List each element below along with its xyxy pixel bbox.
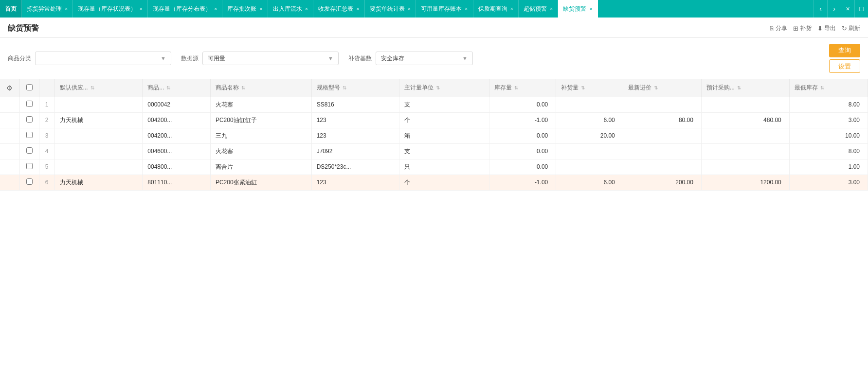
row-checkbox[interactable] (26, 163, 33, 169)
nav-tab-inventory-dist[interactable]: 现存量（库存分布表） × (148, 0, 222, 18)
row-product-code: 801110... (143, 175, 211, 190)
row-num: 3 (39, 128, 54, 143)
close-icon[interactable]: × (510, 6, 513, 12)
nav-tab-inout-flow[interactable]: 出入库流水 × (268, 0, 313, 18)
row-checkbox[interactable] (26, 101, 33, 107)
row-spec: DS250*23c... (311, 159, 399, 175)
row-est-purchase (701, 143, 789, 159)
table-header-row: ⚙ 默认供应... ⇅ 商品... ⇅ (0, 79, 868, 97)
row-product-name: 火花塞 (210, 97, 311, 112)
row-checkbox[interactable] (26, 178, 33, 185)
row-min-stock: 10.00 (789, 128, 868, 143)
nav-fullscreen[interactable]: □ (854, 0, 868, 18)
export-icon: ⬇ (817, 25, 823, 32)
row-replenish-qty: 6.00 (556, 112, 623, 128)
column-default-supplier[interactable]: 默认供应... ⇅ (54, 79, 143, 97)
select-all-checkbox[interactable] (26, 84, 33, 90)
column-min-stock[interactable]: 最低库存 ⇅ (789, 79, 868, 97)
row-unit: 支 (399, 143, 489, 159)
shortage-label: 缺货预警 (563, 5, 586, 13)
column-latest-price[interactable]: 最新进价 ⇅ (623, 79, 701, 97)
sort-icon: ⇅ (166, 85, 170, 90)
nav-tab-exception[interactable]: 拣货异常处理 × (22, 0, 73, 18)
top-nav: 首页 拣货异常处理 × 现存量（库存状况表） × 现存量（库存分布表） × 库存… (0, 0, 868, 18)
close-icon[interactable]: × (65, 6, 68, 12)
datasource-label: 数据源 (181, 54, 199, 63)
nav-tab-avail-ledger[interactable]: 可用量库存账本 × (416, 0, 473, 18)
close-icon[interactable]: × (214, 6, 217, 12)
column-spec[interactable]: 规格型号 ⇅ (311, 79, 399, 97)
replenish-button[interactable]: ⊞ 补货 (793, 24, 812, 33)
settings-button[interactable]: 设置 (829, 59, 860, 73)
export-button[interactable]: ⬇ 导出 (817, 24, 836, 33)
close-icon[interactable]: × (589, 6, 592, 12)
row-gear[interactable] (0, 143, 19, 159)
share-label: 分享 (776, 24, 787, 33)
nav-tab-expiry[interactable]: 保质期查询 × (473, 0, 519, 18)
nav-tab-recv-summary[interactable]: 收发存汇总表 × (313, 0, 364, 18)
row-num: 4 (39, 143, 54, 159)
row-product-code: 004600... (143, 143, 211, 159)
row-checkbox[interactable] (26, 116, 33, 123)
nav-tab-home[interactable]: 首页 (0, 0, 22, 18)
row-latest-price: 200.00 (623, 175, 701, 190)
nav-tab-overstock[interactable]: 超储预警 × (519, 0, 558, 18)
column-replenish-qty[interactable]: 补货量 ⇅ (556, 79, 623, 97)
table-row: 5 004800... 离合片 DS250*23c... 只 0.00 1.00 (0, 159, 868, 175)
column-product-name[interactable]: 商品名称 ⇅ (210, 79, 311, 97)
row-gear[interactable] (0, 97, 19, 112)
close-icon[interactable]: × (305, 6, 308, 12)
row-min-stock: 1.00 (789, 159, 868, 175)
close-icon[interactable]: × (550, 6, 553, 12)
category-filter-group: 商品分类 ▼ (8, 52, 171, 65)
main-content: 缺货预警 ⎘ 分享 ⊞ 补货 ⬇ 导出 ↻ 刷新 商品分类 (0, 18, 868, 387)
close-icon[interactable]: × (139, 6, 142, 12)
table-row: 4 004600... 火花塞 J7092 支 0.00 8.00 (0, 143, 868, 159)
row-checkbox-cell (19, 143, 39, 159)
nav-tab-demand-stats[interactable]: 要货单统计表 × (365, 0, 416, 18)
row-gear[interactable] (0, 128, 19, 143)
row-latest-price: 80.00 (623, 112, 701, 128)
row-product-code: 0000042 (143, 97, 211, 112)
filter-actions: 查询 设置 (829, 44, 860, 73)
category-select[interactable]: ▼ (35, 52, 171, 65)
nav-arrow-right[interactable]: › (827, 0, 841, 18)
row-latest-price (623, 97, 701, 112)
row-checkbox[interactable] (26, 132, 33, 138)
row-latest-price (623, 143, 701, 159)
close-icon[interactable]: × (408, 6, 411, 12)
row-num: 1 (39, 97, 54, 112)
table-body: 1 0000042 火花塞 SS816 支 0.00 8.00 2 力天机械 0… (0, 97, 868, 190)
share-button[interactable]: ⎘ 分享 (770, 24, 787, 33)
query-button[interactable]: 查询 (829, 44, 860, 57)
column-row-num (39, 79, 54, 97)
home-label: 首页 (5, 5, 17, 13)
overstock-label: 超储预警 (524, 5, 547, 13)
refresh-button[interactable]: ↻ 刷新 (842, 24, 860, 33)
nav-close-window[interactable]: × (841, 0, 854, 18)
row-checkbox[interactable] (26, 147, 33, 154)
row-checkbox-cell (19, 159, 39, 175)
row-gear[interactable] (0, 175, 19, 190)
row-gear[interactable] (0, 112, 19, 128)
column-stock-qty[interactable]: 库存量 ⇅ (489, 79, 556, 97)
column-unit[interactable]: 主计量单位 ⇅ (399, 79, 489, 97)
column-product-code[interactable]: 商品... ⇅ (143, 79, 211, 97)
expiry-label: 保质期查询 (478, 5, 507, 13)
row-stock-qty: 0.00 (489, 159, 556, 175)
replenish-base-select[interactable]: 安全库存 ▼ (376, 52, 473, 65)
nav-tab-batch-account[interactable]: 库存批次账 × (222, 0, 268, 18)
close-icon[interactable]: × (465, 6, 468, 12)
row-supplier (54, 159, 143, 175)
refresh-icon: ↻ (842, 25, 847, 32)
nav-arrow-left[interactable]: ‹ (814, 0, 827, 18)
datasource-select[interactable]: 可用量 ▼ (202, 52, 339, 65)
nav-tab-inventory-status[interactable]: 现存量（库存状况表） × (73, 0, 147, 18)
nav-tab-shortage[interactable]: 缺货预警 × (558, 0, 597, 18)
column-gear[interactable]: ⚙ (0, 79, 19, 97)
sort-icon: ⇅ (241, 85, 245, 90)
close-icon[interactable]: × (356, 6, 359, 12)
close-icon[interactable]: × (259, 6, 262, 12)
row-gear[interactable] (0, 159, 19, 175)
column-est-purchase[interactable]: 预计采购... ⇅ (701, 79, 789, 97)
